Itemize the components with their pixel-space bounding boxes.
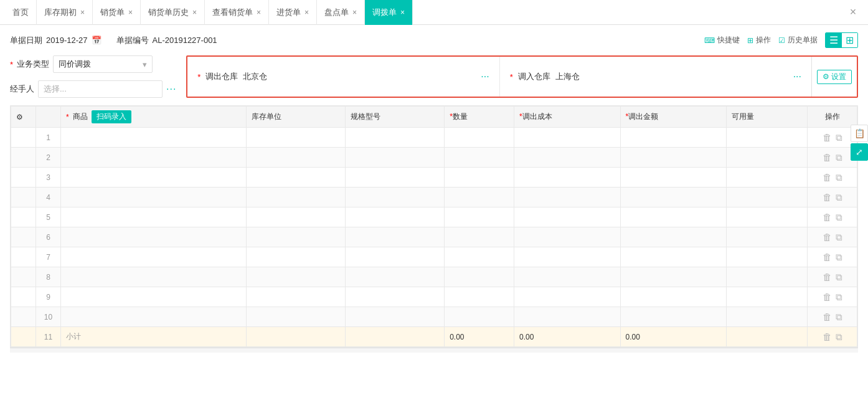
row-product-cell[interactable] — [61, 287, 247, 307]
row-delete-icon[interactable]: 🗑 — [823, 232, 832, 242]
row-cost-cell[interactable] — [514, 168, 621, 188]
row-qty-cell[interactable] — [445, 267, 514, 287]
row-cost-cell[interactable] — [514, 227, 621, 247]
row-copy-icon[interactable]: ⧉ — [836, 252, 842, 263]
tab-sales-history[interactable]: 销货单历史 × — [141, 0, 205, 25]
row-unit-cell[interactable] — [246, 148, 345, 168]
row-spec-cell[interactable] — [346, 188, 445, 207]
row-amount-cell[interactable] — [620, 188, 727, 207]
row-spec-cell[interactable] — [346, 128, 445, 148]
row-qty-cell[interactable] — [445, 207, 514, 227]
scan-entry-button[interactable]: 扫码录入 — [92, 110, 131, 123]
row-unit-cell[interactable] — [246, 267, 345, 287]
history-btn[interactable]: ☑ 历史单据 — [778, 35, 818, 45]
row-unit-cell[interactable] — [246, 207, 345, 227]
row-copy-icon[interactable]: ⧉ — [836, 172, 842, 183]
row-delete-icon[interactable]: 🗑 — [823, 252, 832, 262]
row-amount-cell[interactable] — [620, 168, 727, 188]
row-qty-cell[interactable] — [445, 247, 514, 267]
tab-sales-order[interactable]: 销货单 × — [93, 0, 141, 25]
row-amount-cell[interactable] — [620, 287, 727, 307]
row-delete-icon[interactable]: 🗑 — [823, 212, 832, 222]
right-tool-expand[interactable]: ⤢ — [851, 143, 868, 161]
row-cost-cell[interactable] — [514, 307, 621, 327]
row-qty-cell[interactable] — [445, 307, 514, 327]
row-delete-icon[interactable]: 🗑 — [823, 272, 832, 282]
th-gear[interactable]: ⚙ — [11, 107, 36, 128]
row-unit-cell[interactable] — [246, 128, 345, 148]
subtotal-delete-icon[interactable]: 🗑 — [823, 331, 832, 342]
row-amount-cell[interactable] — [620, 128, 727, 148]
tab-purchase[interactable]: 进货单 × — [269, 0, 317, 25]
row-qty-cell[interactable] — [445, 287, 514, 307]
row-unit-cell[interactable] — [246, 307, 345, 327]
row-copy-icon[interactable]: ⧉ — [836, 132, 842, 143]
row-cost-cell[interactable] — [514, 128, 621, 148]
row-delete-icon[interactable]: 🗑 — [823, 172, 832, 183]
operations-btn[interactable]: ⊞ 操作 — [747, 35, 771, 45]
row-product-cell[interactable] — [61, 247, 247, 267]
handler-more-btn[interactable]: ··· — [166, 83, 176, 95]
tab-inventory-check-close[interactable]: × — [352, 8, 357, 17]
row-delete-icon[interactable]: 🗑 — [823, 292, 832, 302]
tab-sales-history-close[interactable]: × — [192, 8, 197, 17]
row-product-cell[interactable] — [61, 168, 247, 188]
row-spec-cell[interactable] — [346, 148, 445, 168]
handler-select[interactable]: 选择... — [38, 80, 163, 98]
row-copy-icon[interactable]: ⧉ — [836, 292, 842, 303]
row-cost-cell[interactable] — [514, 287, 621, 307]
row-amount-cell[interactable] — [620, 247, 727, 267]
transfer-in-more-btn[interactable]: ··· — [793, 71, 801, 82]
row-spec-cell[interactable] — [346, 247, 445, 267]
tab-purchase-close[interactable]: × — [304, 8, 309, 17]
row-copy-icon[interactable]: ⧉ — [836, 192, 842, 203]
row-unit-cell[interactable] — [246, 287, 345, 307]
row-copy-icon[interactable]: ⧉ — [836, 152, 842, 163]
row-cost-cell[interactable] — [514, 207, 621, 227]
row-spec-cell[interactable] — [346, 287, 445, 307]
row-copy-icon[interactable]: ⧉ — [836, 312, 842, 323]
tab-bar-close-all[interactable]: × — [843, 2, 863, 22]
row-cost-cell[interactable] — [514, 267, 621, 287]
tab-home[interactable]: 首页 — [5, 0, 37, 25]
tab-transfer-close[interactable]: × — [400, 8, 405, 17]
row-qty-cell[interactable] — [445, 227, 514, 247]
row-delete-icon[interactable]: 🗑 — [823, 192, 832, 202]
row-spec-cell[interactable] — [346, 168, 445, 188]
row-cost-cell[interactable] — [514, 188, 621, 207]
row-amount-cell[interactable] — [620, 227, 727, 247]
row-spec-cell[interactable] — [346, 227, 445, 247]
row-delete-icon[interactable]: 🗑 — [823, 312, 832, 322]
business-type-select[interactable]: 同价调拨 ▾ — [53, 55, 153, 73]
row-amount-cell[interactable] — [620, 267, 727, 287]
transfer-out-more-btn[interactable]: ··· — [481, 71, 489, 82]
tab-inventory-init-close[interactable]: × — [80, 8, 85, 17]
row-unit-cell[interactable] — [246, 188, 345, 207]
row-unit-cell[interactable] — [246, 247, 345, 267]
row-product-cell[interactable] — [61, 307, 247, 327]
row-delete-icon[interactable]: 🗑 — [823, 132, 832, 143]
tab-view-sales-close[interactable]: × — [257, 8, 261, 17]
tab-view-sales[interactable]: 查看销货单 × — [205, 0, 269, 25]
row-spec-cell[interactable] — [346, 307, 445, 327]
row-qty-cell[interactable] — [445, 168, 514, 188]
grid-grid-btn[interactable]: ⊞ — [842, 33, 857, 47]
row-cost-cell[interactable] — [514, 247, 621, 267]
shortcuts-btn[interactable]: ⌨ 快捷键 — [704, 35, 740, 45]
row-cost-cell[interactable] — [514, 148, 621, 168]
row-product-cell[interactable] — [61, 267, 247, 287]
row-qty-cell[interactable] — [445, 128, 514, 148]
row-qty-cell[interactable] — [445, 188, 514, 207]
row-copy-icon[interactable]: ⧉ — [836, 232, 842, 243]
grid-list-btn[interactable]: ☰ — [826, 33, 842, 47]
row-unit-cell[interactable] — [246, 168, 345, 188]
row-qty-cell[interactable] — [445, 148, 514, 168]
tab-transfer[interactable]: 调拨单 × — [365, 0, 413, 25]
row-product-cell[interactable] — [61, 148, 247, 168]
horizontal-scrollbar[interactable] — [10, 348, 858, 353]
tab-inventory-check[interactable]: 盘点单 × — [317, 0, 365, 25]
calendar-icon[interactable]: 📅 — [92, 36, 101, 45]
row-copy-icon[interactable]: ⧉ — [836, 212, 842, 223]
right-tool-note[interactable]: 📋 — [851, 125, 868, 142]
row-unit-cell[interactable] — [246, 227, 345, 247]
